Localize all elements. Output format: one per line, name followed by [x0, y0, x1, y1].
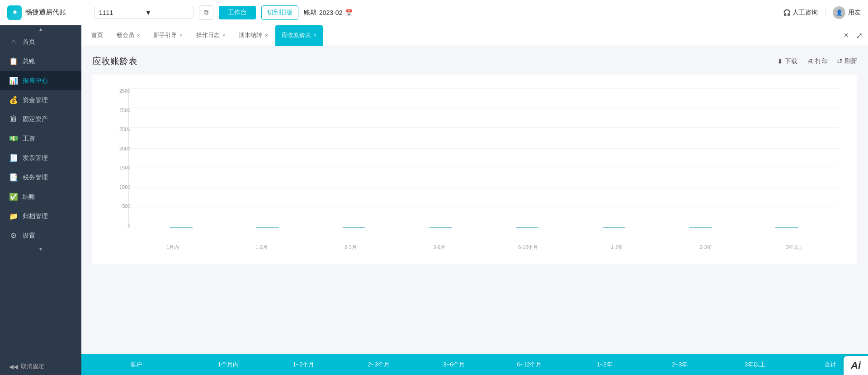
x-label-1-2yr: 1-2年 [573, 244, 662, 251]
sidebar-label-ledger: 总账 [23, 57, 35, 66]
company-select[interactable]: 1111 ▼ [94, 7, 193, 19]
reports-icon: 📊 [9, 76, 18, 85]
sidebar-item-fixed-assets[interactable]: 🏛 固定资产 [0, 110, 81, 129]
download-button[interactable]: ⬇ 下载 [777, 57, 797, 66]
sidebar-scroll-up[interactable]: ▲ [0, 25, 81, 33]
archive-icon: 📁 [9, 212, 18, 220]
chart-inner: 2500 2500 2500 2000 1500 1000 500 0 [101, 84, 848, 255]
period-area: 账期 2023-02 📅 [304, 9, 353, 17]
sidebar-item-home[interactable]: ⌂ 首页 [0, 33, 81, 52]
x-label-3-6: 3-6月 [395, 244, 484, 251]
refresh-label: 刷新 [844, 57, 857, 66]
pin-icon: ◀◀ [9, 363, 18, 370]
tab-period-label: 期末结转 [239, 31, 262, 39]
tab-log-label: 操作日志 [196, 31, 220, 39]
period-label: 账期 [304, 9, 316, 17]
print-label: 打印 [815, 57, 828, 66]
sidebar-label-settlement: 结账 [23, 193, 35, 201]
bar-1-2yr [603, 227, 625, 228]
main-layout: ▲ ⌂ 首页 📋 总账 📊 报表中心 💰 资金管理 🏛 固定资产 💵 工资 🧾 … [0, 25, 868, 375]
x-label-6-12: 6-12个月 [484, 244, 573, 251]
close-all-button[interactable]: × [842, 29, 850, 42]
tabs-bar: 首页 畅会员 × 新手引导 × 操作日志 × 期末结转 × 应收账龄表 × [81, 25, 868, 46]
bar-6-12 [516, 227, 538, 228]
table-header: 客户 1个月内 1~2个月 2~3个月 3~6个月 6~12个月 1~2年 2~… [81, 354, 868, 375]
close-icon[interactable]: × [314, 33, 316, 38]
sidebar-label-invoice: 发票管理 [23, 154, 48, 162]
chart-plot [128, 88, 839, 228]
copy-button[interactable]: ⧉ [199, 5, 213, 20]
tab-home-label: 首页 [91, 31, 103, 39]
th-3y: 3年以上 [717, 361, 793, 369]
ledger-icon: 📋 [9, 57, 18, 66]
sidebar-label-funds: 资金管理 [23, 96, 48, 104]
th-3-6m: 3~6个月 [416, 361, 491, 369]
workbench-button[interactable]: 工作台 [219, 6, 256, 19]
tab-home[interactable]: 首页 [85, 25, 109, 46]
bar-group-2-3yr [657, 227, 743, 228]
consult-label: 人工咨询 [793, 9, 818, 17]
page-content: 应收账龄表 ⬇ 下载 🖨 打印 ↺ 刷新 [81, 46, 868, 354]
calendar-icon[interactable]: 📅 [345, 9, 353, 16]
th-2-3y: 2~3年 [642, 361, 717, 369]
refresh-icon: ↺ [837, 57, 843, 66]
th-2-3m: 2~3个月 [341, 361, 416, 369]
tab-receivable-aging[interactable]: 应收账龄表 × [275, 25, 323, 46]
sidebar-scroll-down[interactable]: ▼ [0, 245, 81, 253]
tax-icon: 📑 [9, 173, 18, 182]
close-icon[interactable]: × [179, 33, 182, 38]
close-icon[interactable]: × [265, 33, 268, 38]
sidebar-item-invoice[interactable]: 🧾 发票管理 [0, 148, 81, 168]
logo-text: 畅捷通易代账 [25, 8, 66, 17]
tab-period[interactable]: 期末结转 × [232, 25, 274, 46]
logo-icon: ✦ [7, 5, 22, 20]
page-header: 应收账龄表 ⬇ 下载 🖨 打印 ↺ 刷新 [92, 55, 857, 67]
top-header: ✦ 畅捷通易代账 1111 ▼ ⧉ 工作台 切到旧版 账期 2023-02 📅 … [0, 0, 868, 25]
content-area: 首页 畅会员 × 新手引导 × 操作日志 × 期末结转 × 应收账龄表 × [81, 25, 868, 375]
bar-group-2-3 [311, 227, 397, 228]
sidebar-item-ledger[interactable]: 📋 总账 [0, 52, 81, 71]
bar-group-3-6 [397, 227, 484, 228]
cancel-pin-label: 取消固定 [21, 362, 44, 370]
tab-member[interactable]: 畅会员 × [110, 25, 146, 46]
bar-3yr [775, 227, 798, 228]
company-name: 1111 [99, 9, 142, 16]
invoice-icon: 🧾 [9, 154, 18, 162]
chevron-down-icon: ▼ [145, 9, 189, 16]
th-customer: 客户 [81, 361, 191, 369]
ai-badge[interactable]: Ai [844, 356, 868, 375]
bar-jan [170, 227, 193, 228]
sidebar-item-settlement[interactable]: ✅ 结账 [0, 187, 81, 206]
maximize-button[interactable]: ⤢ [854, 29, 864, 42]
bar-group-3yr [744, 227, 830, 228]
sidebar-label-tax: 税务管理 [23, 173, 48, 182]
tab-receivable-label: 应收账龄表 [282, 31, 311, 39]
sidebar-item-tax[interactable]: 📑 税务管理 [0, 168, 81, 187]
refresh-button[interactable]: ↺ 刷新 [837, 57, 857, 66]
home-icon: ⌂ [9, 38, 18, 46]
page-actions: ⬇ 下载 🖨 打印 ↺ 刷新 [777, 57, 857, 66]
sidebar-label-home: 首页 [23, 38, 35, 46]
user-area[interactable]: 👤 用友 [833, 6, 861, 19]
print-icon: 🖨 [807, 57, 813, 65]
cancel-pin-button[interactable]: ◀◀ 取消固定 [0, 358, 81, 375]
settings-icon: ⚙ [9, 231, 18, 240]
sidebar-item-funds[interactable]: 💰 资金管理 [0, 90, 81, 110]
sidebar-label-payroll: 工资 [23, 135, 35, 143]
bar-2-3 [343, 227, 365, 228]
print-button[interactable]: 🖨 打印 [807, 57, 828, 66]
tab-log[interactable]: 操作日志 × [190, 25, 231, 46]
th-1m: 1个月内 [191, 361, 266, 369]
username: 用友 [848, 9, 861, 17]
x-label-3yr: 3年以上 [750, 244, 840, 251]
sidebar-item-settings[interactable]: ⚙ 设置 [0, 226, 81, 245]
close-icon[interactable]: × [222, 33, 225, 38]
payroll-icon: 💵 [9, 134, 18, 143]
tab-guide[interactable]: 新手引导 × [147, 25, 189, 46]
sidebar-item-payroll[interactable]: 💵 工资 [0, 129, 81, 148]
sidebar-item-archive[interactable]: 📁 归档管理 [0, 206, 81, 226]
consult-button[interactable]: 🎧 人工咨询 [783, 9, 818, 17]
switch-version-button[interactable]: 切到旧版 [261, 5, 298, 20]
close-icon[interactable]: × [137, 33, 140, 38]
sidebar-item-reports[interactable]: 📊 报表中心 [0, 71, 81, 90]
